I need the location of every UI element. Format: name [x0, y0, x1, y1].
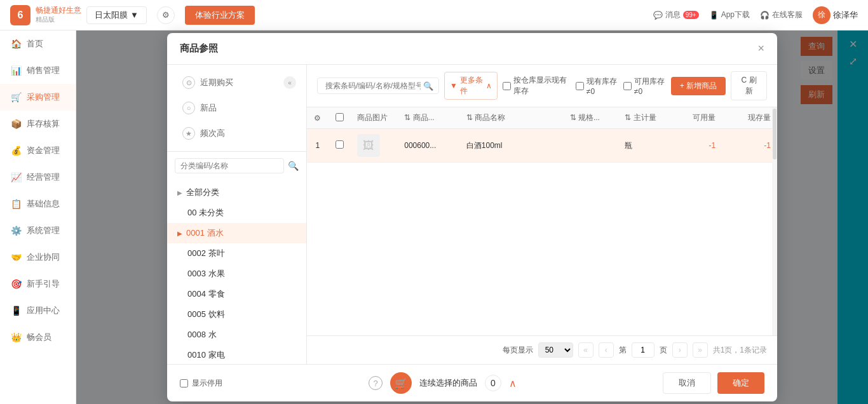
- next-page-button[interactable]: ›: [672, 342, 688, 358]
- row-unit: 瓶: [618, 129, 667, 163]
- cat-item-all[interactable]: ▶ 全部分类: [167, 182, 306, 203]
- cart-icon: 🛒: [395, 377, 407, 389]
- logo-sub: 精品版: [36, 15, 81, 24]
- left-tabs: ⊙ 近期购买 « ○ 新品 ★ 频次高: [167, 65, 306, 152]
- sidebar-item-member[interactable]: 👑 畅会员: [0, 324, 76, 351]
- first-page-button[interactable]: «: [578, 342, 593, 358]
- col-header-code: ⇅ 商品...: [398, 107, 460, 129]
- tab-new[interactable]: ○ 新品: [177, 98, 296, 118]
- search-input-wrap: 🔍: [317, 77, 439, 94]
- more-filter-button[interactable]: ▼ 更多条件 ∧: [444, 72, 498, 100]
- select-all-checkbox[interactable]: [336, 113, 344, 121]
- sort-name-icon[interactable]: ⇅: [466, 113, 473, 122]
- collapse-button[interactable]: «: [283, 76, 296, 89]
- notification-badge: 99+: [683, 11, 699, 19]
- product-table: ⚙ 商品图片 ⇅ 商品...: [307, 107, 777, 335]
- cat-label-0010: 0010 家电: [177, 349, 225, 361]
- sidebar-item-basic[interactable]: 📋 基础信息: [0, 191, 76, 217]
- enterprise-icon: 🤝: [10, 252, 22, 263]
- cat-item-00[interactable]: 00 未分类: [167, 203, 306, 223]
- category-search-input[interactable]: [175, 158, 284, 173]
- sidebar-item-home[interactable]: 🏠 首页: [0, 30, 76, 57]
- sidebar-label-inventory: 库存核算: [27, 118, 60, 130]
- sidebar-item-system[interactable]: ⚙️ 系统管理: [0, 217, 76, 244]
- prev-page-button[interactable]: ‹: [599, 342, 614, 358]
- left-panel: ⊙ 近期购买 « ○ 新品 ★ 频次高: [167, 65, 307, 364]
- modal-header: 商品参照 ×: [167, 33, 777, 65]
- new-icon: ○: [182, 102, 195, 114]
- sidebar-item-guide[interactable]: 🎯 新手引导: [0, 271, 76, 297]
- checkbox-stock-input[interactable]: [576, 82, 584, 90]
- main-layout: 🏠 首页 📊 销售管理 🛒 采购管理 📦 库存核算 💰 资金管理 📈 经营管理 …: [0, 30, 868, 404]
- user-info[interactable]: 徐 徐泽华: [813, 6, 858, 24]
- col-header-spec: ⇅ 规格...: [564, 107, 619, 129]
- settings-button[interactable]: ⚙: [157, 6, 175, 24]
- cat-item-0008[interactable]: 0008 水: [167, 325, 306, 345]
- refresh-button[interactable]: C 刷新: [731, 71, 767, 100]
- cat-label-all: 全部分类: [186, 187, 219, 198]
- product-search-input[interactable]: [323, 78, 423, 93]
- table-row[interactable]: 1 🖼 000600... 白酒100ml: [307, 129, 777, 163]
- checkbox-stock-ne0[interactable]: 现有库存≠0: [576, 76, 618, 96]
- sidebar-item-enterprise[interactable]: 🤝 企业协同: [0, 244, 76, 271]
- tab-frequent-label: 频次高: [200, 128, 225, 139]
- sidebar-label-guide: 新手引导: [27, 278, 60, 290]
- sidebar-item-sales[interactable]: 📊 销售管理: [0, 57, 76, 84]
- notification-item[interactable]: 💬 消息 99+: [653, 10, 699, 20]
- sidebar-item-purchase[interactable]: 🛒 采购管理: [0, 84, 76, 111]
- cat-item-0001[interactable]: ▶ 0001 酒水: [167, 223, 306, 243]
- help-icon[interactable]: ?: [369, 376, 383, 390]
- show-disabled-label[interactable]: 显示停用: [180, 378, 222, 389]
- modal-close-button[interactable]: ×: [757, 42, 764, 55]
- cat-item-0002[interactable]: 0002 茶叶: [167, 243, 306, 264]
- trial-button[interactable]: 体验行业方案: [185, 6, 255, 25]
- header-mid: ⚙ 体验行业方案: [147, 6, 653, 25]
- product-search-icon[interactable]: 🔍: [423, 81, 433, 91]
- logo-area: 6 畅捷通好生意 精品版: [10, 5, 86, 25]
- settings-icon[interactable]: ⚙: [314, 114, 321, 123]
- sidebar-item-inventory[interactable]: 📦 库存核算: [0, 111, 76, 137]
- cancel-button[interactable]: 取消: [663, 372, 711, 394]
- tab-recent[interactable]: ⊙ 近期购买: [177, 72, 238, 93]
- confirm-button[interactable]: 确定: [717, 372, 764, 394]
- cat-label-0001: 0001 酒水: [186, 227, 224, 239]
- tab-frequent[interactable]: ★ 频次高: [177, 123, 296, 144]
- category-search-icon[interactable]: 🔍: [288, 161, 299, 171]
- row-checkbox[interactable]: [336, 140, 344, 149]
- cat-item-0003[interactable]: 0003 水果: [167, 264, 306, 284]
- sort-code-icon[interactable]: ⇅: [404, 113, 410, 122]
- username: 徐泽华: [833, 10, 858, 21]
- table-toolbar: 🔍 ▼ 更多条件 ∧ 按仓库显示现有库存: [307, 65, 777, 107]
- app-download-item[interactable]: 📱 App下载: [709, 10, 750, 20]
- sidebar-label-home: 首页: [27, 38, 43, 50]
- checkbox-avail-input[interactable]: [623, 82, 632, 90]
- show-disabled-text: 显示停用: [192, 378, 222, 389]
- cart-icon-button[interactable]: 🛒: [390, 372, 412, 394]
- home-icon: 🏠: [10, 38, 22, 50]
- checkbox-avail-ne0[interactable]: 可用库存≠0: [623, 76, 666, 96]
- online-service-item[interactable]: 🎧 在线客服: [760, 10, 803, 20]
- checkbox-warehouse[interactable]: 按仓库显示现有库存: [503, 75, 571, 97]
- add-product-button[interactable]: + 新增商品: [671, 77, 726, 95]
- sidebar-item-apps[interactable]: 📱 应用中心: [0, 297, 76, 324]
- cat-item-0004[interactable]: 0004 零食: [167, 284, 306, 304]
- show-disabled-checkbox[interactable]: [180, 379, 188, 387]
- sidebar-item-operation[interactable]: 📈 经营管理: [0, 164, 76, 191]
- tab-new-label: 新品: [200, 102, 217, 114]
- online-service-label: 在线客服: [772, 10, 803, 20]
- checkbox-warehouse-input[interactable]: [503, 82, 511, 90]
- last-page-button[interactable]: »: [693, 342, 708, 358]
- page-input[interactable]: [632, 342, 654, 358]
- app-download-label: App下载: [721, 10, 750, 20]
- sort-spec-icon[interactable]: ⇅: [570, 113, 576, 122]
- sort-unit-icon[interactable]: ⇅: [625, 113, 631, 122]
- product-reference-modal: 商品参照 × ⊙ 近期购买 «: [167, 33, 777, 401]
- cat-item-0010[interactable]: 0010 家电: [167, 345, 306, 364]
- store-selector[interactable]: 日太阳膜 ▼: [86, 6, 147, 24]
- collapse-up-button[interactable]: ∧: [509, 377, 517, 389]
- logo-icon: 6: [10, 5, 31, 25]
- sidebar-item-finance[interactable]: 💰 资金管理: [0, 137, 76, 164]
- cat-item-0005[interactable]: 0005 饮料: [167, 304, 306, 325]
- col-header-unit: ⇅ 主计量: [618, 107, 667, 129]
- page-size-select[interactable]: 50 10 20 100: [538, 342, 573, 358]
